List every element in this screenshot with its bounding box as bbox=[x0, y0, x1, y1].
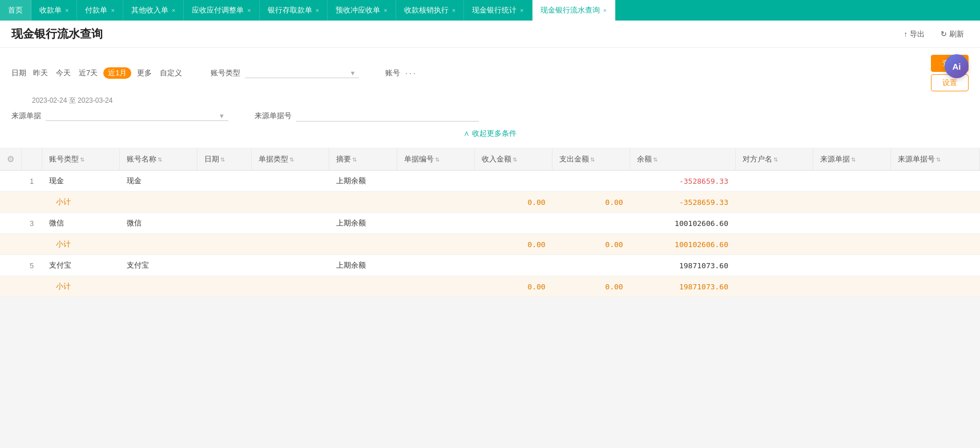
cell-counterpart bbox=[735, 192, 813, 213]
cell-date bbox=[197, 192, 252, 213]
date-shortcut-自定义[interactable]: 自定义 bbox=[158, 67, 184, 79]
cell-gear bbox=[0, 255, 22, 276]
table-row: 小计0.000.0019871073.60 bbox=[0, 276, 980, 297]
cell-balance: 19871073.60 bbox=[630, 276, 735, 297]
cell-date bbox=[197, 171, 252, 192]
cell-counterpart bbox=[735, 234, 813, 255]
page-header: 现金银行流水查询 ↑ 导出 ↻ 刷新 bbox=[0, 21, 980, 48]
cell-source_doc bbox=[813, 276, 890, 297]
nav-home[interactable]: 首页 bbox=[0, 0, 31, 21]
cell-expense bbox=[552, 255, 630, 276]
nav-tab-其他收入单[interactable]: 其他收入单× bbox=[123, 0, 184, 21]
nav-tab-现金银行流水查询[interactable]: 现金银行流水查询× bbox=[533, 0, 615, 21]
cell-account_type: 支付宝 bbox=[42, 255, 120, 276]
page-title: 现金银行流水查询 bbox=[11, 26, 103, 42]
settings-button[interactable]: 设置 bbox=[931, 74, 969, 91]
cell-counterpart bbox=[735, 255, 813, 276]
refresh-button[interactable]: ↻ 刷新 bbox=[936, 27, 969, 42]
gear-settings-icon[interactable]: ⚙ bbox=[7, 154, 14, 164]
sort-icon-summary[interactable]: ⇅ bbox=[352, 156, 357, 163]
cell-income bbox=[475, 171, 552, 192]
sort-icon-doc_no[interactable]: ⇅ bbox=[435, 156, 439, 163]
close-icon[interactable]: × bbox=[316, 7, 319, 14]
col-header-account_name: 账号名称⇅ bbox=[120, 148, 197, 171]
sort-icon-balance[interactable]: ⇅ bbox=[653, 156, 658, 163]
close-icon[interactable]: × bbox=[603, 7, 607, 14]
nav-tab-收款核销执行[interactable]: 收款核销执行× bbox=[396, 0, 464, 21]
cell-doc_no bbox=[397, 276, 475, 297]
close-icon[interactable]: × bbox=[111, 7, 114, 14]
source-doc-no-input[interactable] bbox=[296, 110, 479, 122]
filter-area: 日期 昨天今天近7天近1月更多自定义 账号类型 ▼ 账号 ··· 查询 设置 2… bbox=[0, 48, 980, 148]
account-type-label: 账号类型 bbox=[211, 68, 240, 78]
close-icon[interactable]: × bbox=[384, 7, 387, 14]
date-shortcut-更多[interactable]: 更多 bbox=[135, 67, 154, 79]
source-doc-no-label: 来源单据号 bbox=[255, 111, 292, 121]
date-shortcut-近1月[interactable]: 近1月 bbox=[103, 67, 131, 79]
cell-source_doc_no bbox=[890, 213, 979, 234]
nav-tab-收款单[interactable]: 收款单× bbox=[31, 0, 77, 21]
close-icon[interactable]: × bbox=[65, 7, 68, 14]
cell-income: 0.00 bbox=[475, 192, 552, 213]
source-doc-filter: 来源单据 ▼ bbox=[11, 111, 228, 121]
cell-income bbox=[475, 213, 552, 234]
cell-source_doc_no bbox=[890, 276, 979, 297]
cell-doc_no bbox=[397, 213, 475, 234]
cell-summary bbox=[329, 276, 397, 297]
close-icon[interactable]: × bbox=[247, 7, 251, 14]
nav-tab-预收冲应收单[interactable]: 预收冲应收单× bbox=[328, 0, 396, 21]
cell-account_type: 小计 bbox=[42, 192, 120, 213]
export-button[interactable]: ↑ 导出 bbox=[900, 27, 930, 42]
account-type-dropdown-icon: ▼ bbox=[350, 70, 356, 76]
col-header-balance: 余额⇅ bbox=[630, 148, 735, 171]
date-shortcut-昨天[interactable]: 昨天 bbox=[31, 67, 50, 79]
col-header-index bbox=[22, 148, 42, 171]
account-filter: 账号 ··· bbox=[385, 67, 417, 79]
cell-summary: 上期余额 bbox=[329, 171, 397, 192]
sort-icon-source_doc_no[interactable]: ⇅ bbox=[936, 156, 941, 163]
cell-income: 0.00 bbox=[475, 234, 552, 255]
close-icon[interactable]: × bbox=[452, 7, 455, 14]
sort-icon-income[interactable]: ⇅ bbox=[513, 156, 517, 163]
cell-gear bbox=[0, 276, 22, 297]
sort-icon-date[interactable]: ⇅ bbox=[220, 156, 225, 163]
cell-date bbox=[197, 255, 252, 276]
cell-doc_no bbox=[397, 171, 475, 192]
date-shortcut-近7天[interactable]: 近7天 bbox=[76, 67, 100, 79]
sort-icon-account_name[interactable]: ⇅ bbox=[158, 156, 162, 163]
cell-counterpart bbox=[735, 276, 813, 297]
cell-index: 5 bbox=[22, 255, 42, 276]
cell-account_name bbox=[120, 234, 197, 255]
filter-row-2: 来源单据 ▼ 来源单据号 bbox=[11, 110, 969, 122]
cell-account_name: 现金 bbox=[120, 171, 197, 192]
account-type-select[interactable]: ▼ bbox=[245, 68, 359, 78]
cell-doc_type bbox=[252, 234, 329, 255]
collapse-bar[interactable]: ∧ 收起更多条件 bbox=[11, 126, 969, 143]
sort-icon-doc_type[interactable]: ⇅ bbox=[289, 156, 294, 163]
sort-icon-source_doc[interactable]: ⇅ bbox=[851, 156, 856, 163]
sort-icon-counterpart[interactable]: ⇅ bbox=[773, 156, 778, 163]
cell-income: 0.00 bbox=[475, 276, 552, 297]
nav-tab-付款单[interactable]: 付款单× bbox=[77, 0, 123, 21]
nav-tab-现金银行统计[interactable]: 现金银行统计× bbox=[464, 0, 532, 21]
table-row: 5支付宝支付宝上期余额19871073.60 bbox=[0, 255, 980, 276]
account-dots[interactable]: ··· bbox=[405, 67, 417, 79]
nav-tab-银行存取款单[interactable]: 银行存取款单× bbox=[260, 0, 328, 21]
cell-account_type: 小计 bbox=[42, 234, 120, 255]
cell-source_doc bbox=[813, 192, 890, 213]
export-icon: ↑ bbox=[904, 30, 908, 38]
source-doc-select[interactable]: ▼ bbox=[46, 111, 228, 121]
cell-balance: -3528659.33 bbox=[630, 171, 735, 192]
sort-icon-expense[interactable]: ⇅ bbox=[590, 156, 595, 163]
date-shortcuts: 昨天今天近7天近1月更多自定义 bbox=[31, 67, 184, 79]
cell-date bbox=[197, 213, 252, 234]
ai-button[interactable]: Ai bbox=[945, 54, 969, 78]
date-shortcut-今天[interactable]: 今天 bbox=[54, 67, 73, 79]
cell-index bbox=[22, 234, 42, 255]
close-icon[interactable]: × bbox=[520, 7, 523, 14]
cell-index: 1 bbox=[22, 171, 42, 192]
nav-tab-应收应付调整单[interactable]: 应收应付调整单× bbox=[184, 0, 259, 21]
col-header-income: 收入金额⇅ bbox=[475, 148, 552, 171]
sort-icon-account_type[interactable]: ⇅ bbox=[80, 156, 84, 163]
close-icon[interactable]: × bbox=[172, 7, 175, 14]
